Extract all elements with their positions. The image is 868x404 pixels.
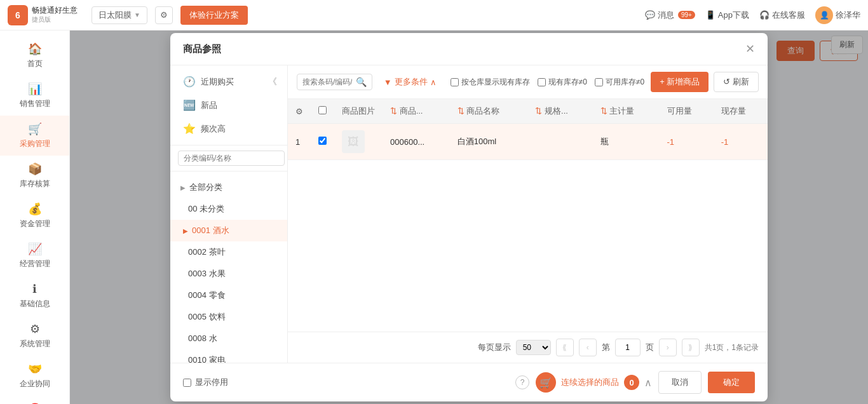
app-download-nav-item[interactable]: 📱 App下载 (705, 10, 749, 21)
headset-icon: 🎧 (759, 10, 770, 20)
cat-all[interactable]: ▶ 全部分类 (170, 177, 287, 198)
page-info: 共1页，1条记录 (705, 342, 759, 353)
col-unit[interactable]: ⇅ 主计量 (593, 99, 660, 124)
cat-water[interactable]: 0008 水 (170, 328, 287, 349)
home-icon: 🏠 (28, 42, 42, 56)
show-disabled-label[interactable]: 显示停用 (183, 377, 228, 388)
product-image-placeholder: 🖼 (342, 130, 365, 153)
row-image: 🖼 (334, 124, 383, 160)
product-search-input[interactable] (302, 77, 352, 86)
logo-sub: 捷员版 (32, 15, 78, 24)
col-spec[interactable]: ⇅ 规格... (527, 99, 592, 124)
row-code: 000600... (383, 124, 450, 160)
quick-high-frequency[interactable]: ⭐ 频次高 (178, 119, 280, 138)
cat-tea[interactable]: 0002 茶叶 (170, 241, 287, 263)
modal-close-button[interactable]: ✕ (745, 42, 755, 56)
modal-body: 🕐 近期购买 《 🆕 新品 ⭐ 频次高 (170, 65, 768, 363)
first-page-button[interactable]: ⟪ (556, 339, 574, 356)
store-dropdown[interactable]: 日太阳膜 ▼ (92, 6, 147, 24)
product-modal: 商品参照 ✕ 🕐 近期购买 《 (170, 33, 768, 401)
checkbox-warehouse-stock[interactable]: 按仓库显示现有库存 (451, 77, 530, 88)
sidebar-item-finance[interactable]: 💰 资金管理 (0, 196, 69, 236)
col-image: 商品图片 (334, 99, 383, 124)
quick-recent-purchase[interactable]: 🕐 近期购买 (178, 72, 239, 91)
sidebar-item-guide[interactable]: 🎯 新手引导 (0, 396, 69, 404)
logo-icon: 6 (8, 5, 28, 25)
filter-icon: ▼ (384, 77, 392, 87)
info-icon: ℹ (32, 282, 37, 296)
user-nav-item[interactable]: 👤 徐泽华 (815, 6, 860, 24)
sidebar: 🏠 首页 📊 销售管理 🛒 采购管理 📦 库存核算 💰 资金管理 📈 经营管理 … (0, 30, 70, 404)
col-product-name[interactable]: ⇅ 商品名称 (450, 99, 528, 124)
cart-collapse-icon[interactable]: ∧ (644, 377, 652, 389)
messages-nav-item[interactable]: 💬 消息 99+ (645, 10, 695, 21)
cat-drinks[interactable]: 0005 饮料 (170, 306, 287, 328)
next-page-button[interactable]: › (659, 339, 677, 356)
sidebar-item-inventory[interactable]: 📦 库存核算 (0, 156, 69, 196)
experience-button[interactable]: 体验行业方案 (180, 6, 248, 25)
table-settings-icon[interactable]: ⚙ (295, 107, 303, 116)
sidebar-item-system[interactable]: ⚙ 系统管理 (0, 316, 69, 356)
add-product-button[interactable]: + 新增商品 (651, 72, 709, 92)
sidebar-item-operations[interactable]: 📈 经营管理 (0, 236, 69, 276)
col-checkbox (311, 99, 334, 124)
row-available: -1 (660, 124, 714, 160)
sidebar-item-sales[interactable]: 📊 销售管理 (0, 76, 69, 116)
new-icon: 🆕 (183, 99, 196, 111)
right-panel: 🔍 ▼ 更多条件 ∧ 按仓库显示现有库存 (288, 65, 768, 363)
table-row[interactable]: 1 🖼 (288, 124, 768, 160)
current-stock-checkbox[interactable] (538, 78, 546, 86)
main-content: 查询 设置 刷新 商品参照 ✕ (70, 30, 868, 404)
filter-button[interactable]: ▼ 更多条件 ∧ (379, 74, 442, 90)
online-service-nav-item[interactable]: 🎧 在线客服 (759, 10, 805, 21)
message-icon: 💬 (645, 10, 655, 20)
last-page-button[interactable]: ⟫ (682, 339, 700, 356)
cat-liquor[interactable]: ▶ 0001 酒水 (170, 220, 287, 241)
toolbar-right: + 新增商品 ↺ 刷新 (651, 72, 759, 92)
refresh-button[interactable]: ↺ 刷新 (714, 72, 759, 92)
sidebar-item-basic-info[interactable]: ℹ 基础信息 (0, 276, 69, 316)
quick-access-section: 🕐 近期购买 《 🆕 新品 ⭐ 频次高 (170, 65, 287, 145)
available-stock-checkbox[interactable] (595, 78, 603, 86)
confirm-button[interactable]: 确定 (708, 372, 755, 393)
show-disabled-checkbox[interactable] (183, 379, 191, 387)
page-number-input[interactable] (615, 339, 641, 356)
select-all-checkbox[interactable] (318, 106, 327, 114)
warehouse-stock-checkbox[interactable] (451, 78, 459, 86)
purchase-icon: 🛒 (28, 122, 42, 136)
prev-page-button[interactable]: ‹ (579, 339, 597, 356)
table-header-row: ⚙ 商品图片 (288, 99, 768, 124)
category-search: 🔍 (170, 145, 287, 172)
sidebar-item-enterprise[interactable]: 🤝 企业协同 (0, 356, 69, 396)
col-settings: ⚙ (288, 99, 311, 124)
modal-title: 商品参照 (183, 43, 221, 55)
nav-settings-icon[interactable]: ⚙ (155, 6, 173, 24)
page-size-select[interactable]: 50 10 20 100 (516, 340, 551, 355)
help-icon[interactable]: ? (515, 375, 529, 389)
cat-appliances[interactable]: 0010 家电 (170, 349, 287, 363)
cart-count: 0 (624, 375, 639, 390)
product-search-box[interactable]: 🔍 (297, 74, 372, 90)
col-product-code[interactable]: ⇅ 商品... (383, 99, 450, 124)
sidebar-item-purchase[interactable]: 🛒 采购管理 (0, 116, 69, 156)
navbar: 6 畅捷通好生意 捷员版 日太阳膜 ▼ ⚙ 体验行业方案 💬 消息 99+ 📱 … (0, 0, 868, 30)
cart-area[interactable]: 🛒 连续选择的商品 0 ∧ (536, 372, 652, 393)
nav-right: 💬 消息 99+ 📱 App下载 🎧 在线客服 👤 徐泽华 (645, 6, 860, 24)
checkbox-current-stock[interactable]: 现有库存≠0 (538, 77, 587, 88)
row-checkbox[interactable] (311, 124, 334, 160)
row-select-checkbox[interactable] (318, 137, 327, 145)
product-table: ⚙ 商品图片 (288, 99, 768, 160)
cancel-button[interactable]: 取消 (658, 371, 702, 394)
category-search-input[interactable] (178, 151, 285, 166)
product-search-icon[interactable]: 🔍 (356, 77, 367, 87)
sort-icon: ⇅ (390, 106, 397, 116)
cat-uncategorized[interactable]: 00 未分类 (170, 198, 287, 220)
sort-icon-4: ⇅ (600, 106, 607, 116)
cat-snacks[interactable]: 0004 零食 (170, 285, 287, 306)
cat-fruit[interactable]: 0003 水果 (170, 263, 287, 285)
enterprise-icon: 🤝 (28, 362, 42, 376)
collapse-button[interactable]: 《 (266, 75, 280, 89)
quick-new-products[interactable]: 🆕 新品 (178, 95, 280, 115)
checkbox-available-stock[interactable]: 可用库存≠0 (595, 77, 644, 88)
sidebar-item-home[interactable]: 🏠 首页 (0, 36, 69, 76)
